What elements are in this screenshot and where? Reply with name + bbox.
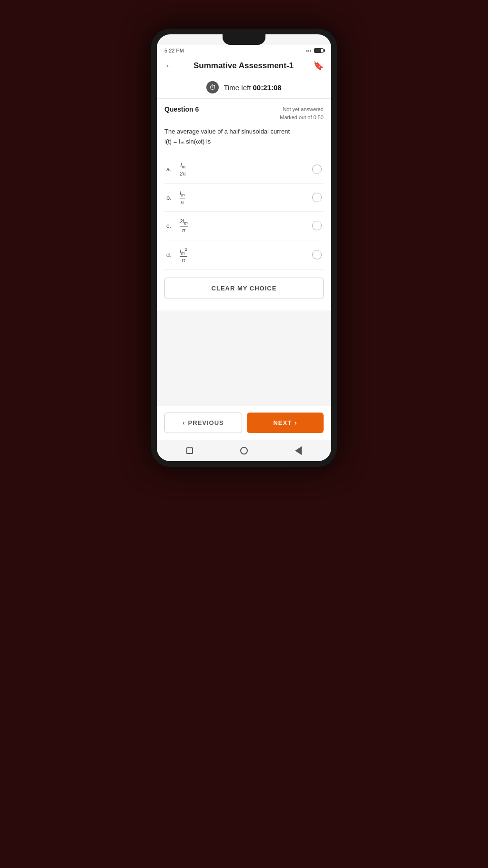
fraction-b: Im π (180, 190, 185, 205)
option-a-label: a. (166, 165, 174, 173)
fraction-a: Im 2π (180, 162, 186, 176)
battery-icon (314, 48, 324, 53)
bottom-nav-square[interactable] (185, 446, 194, 455)
home-icon (240, 447, 248, 455)
back-button[interactable]: ← (164, 60, 174, 71)
question-meta: Question 6 Not yet answered Marked out o… (164, 105, 324, 121)
clear-choice-button[interactable]: CLEAR MY CHOICE (164, 278, 324, 299)
phone-screen: 5:22 PM ▪▪▪ ← Summative Assessment-1 🔖 ⏱… (157, 34, 331, 461)
nav-buttons: ‹ PREVIOUS NEXT › (157, 406, 331, 440)
timer-label: Time left (224, 83, 251, 92)
numerator-d: Im2 (180, 247, 187, 257)
option-a[interactable]: a. Im 2π (164, 155, 324, 184)
bottom-nav-home[interactable] (239, 446, 249, 455)
status-icons: ▪▪▪ (306, 48, 324, 53)
bottom-nav (157, 440, 331, 461)
prev-label: PREVIOUS (188, 419, 224, 426)
option-a-left: a. Im 2π (166, 162, 186, 176)
next-label: NEXT (273, 419, 292, 426)
denominator-c: π (182, 227, 185, 233)
not-answered-text: Not yet answered (280, 105, 324, 114)
denominator-a: 2π (180, 170, 186, 176)
question-line2: i(t) = Iₘ sin(ωt) is (164, 137, 324, 147)
timer-text: Time left 00:21:08 (224, 83, 281, 92)
option-c-label: c. (166, 222, 174, 229)
radio-c[interactable] (312, 221, 322, 230)
marks-text: Marked out of 0.50 (280, 114, 324, 122)
question-status: Not yet answered Marked out of 0.50 (280, 105, 324, 121)
fraction-c: 2Im π (180, 218, 188, 233)
bookmark-icon[interactable]: 🔖 (313, 61, 324, 71)
radio-b[interactable] (312, 193, 322, 202)
option-b-label: b. (166, 194, 174, 201)
timer-value: 00:21:08 (253, 83, 282, 92)
denominator-b: π (181, 198, 184, 205)
radio-a[interactable] (312, 165, 322, 174)
numerator-a: Im (180, 162, 185, 170)
option-b-formula: Im π (180, 190, 185, 205)
next-icon: › (295, 419, 297, 426)
question-area: Question 6 Not yet answered Marked out o… (157, 99, 331, 310)
timer-bar: ⏱ Time left 00:21:08 (157, 76, 331, 99)
options-list: a. Im 2π b. (164, 155, 324, 270)
radio-d[interactable] (312, 250, 322, 259)
option-d-label: d. (166, 251, 174, 258)
numerator-b: Im (180, 190, 185, 198)
prev-icon: ‹ (183, 419, 185, 426)
option-a-formula: Im 2π (180, 162, 186, 176)
status-time: 5:22 PM (164, 48, 184, 53)
option-b-left: b. Im π (166, 190, 185, 205)
question-label: Question 6 (164, 105, 199, 113)
question-line1: The average value of a half sinusoidal c… (164, 127, 324, 137)
fraction-d: Im2 π (180, 247, 187, 263)
numerator-c: 2Im (180, 218, 188, 227)
option-c-formula: 2Im π (180, 218, 188, 233)
option-d-formula: Im2 π (180, 247, 187, 263)
option-d-left: d. Im2 π (166, 247, 187, 263)
bottom-nav-back[interactable] (294, 446, 303, 455)
back-icon (295, 446, 302, 455)
timer-icon: ⏱ (206, 81, 219, 93)
phone-container: 5:22 PM ▪▪▪ ← Summative Assessment-1 🔖 ⏱… (151, 29, 337, 467)
next-button[interactable]: NEXT › (247, 413, 324, 433)
app-header: ← Summative Assessment-1 🔖 (157, 55, 331, 76)
option-d[interactable]: d. Im2 π (164, 240, 324, 270)
content-area (157, 310, 331, 406)
phone-notch (223, 34, 265, 45)
status-bar: 5:22 PM ▪▪▪ (157, 45, 331, 55)
battery-fill (315, 49, 321, 52)
header-title: Summative Assessment-1 (193, 61, 294, 71)
question-text: The average value of a half sinusoidal c… (164, 127, 324, 147)
option-c[interactable]: c. 2Im π (164, 212, 324, 240)
option-c-left: c. 2Im π (166, 218, 188, 233)
square-icon (186, 447, 193, 454)
option-b[interactable]: b. Im π (164, 184, 324, 212)
signal-icon: ▪▪▪ (306, 48, 311, 53)
previous-button[interactable]: ‹ PREVIOUS (164, 413, 242, 433)
denominator-d: π (182, 257, 185, 263)
